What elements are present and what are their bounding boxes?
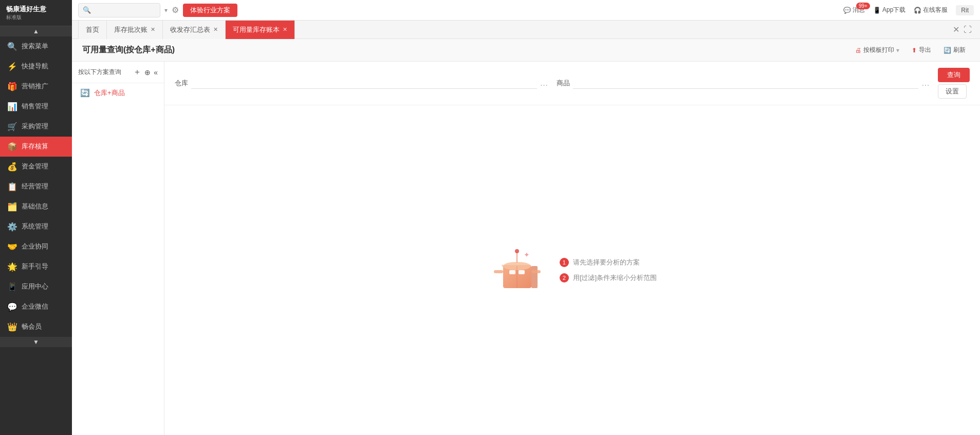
sidebar-item-sales[interactable]: 📊 销售管理: [0, 97, 72, 117]
print-btn[interactable]: 🖨 按模板打印 ▾: [851, 44, 903, 56]
goods-label: 商品: [557, 79, 570, 88]
svg-text:✦: ✦: [524, 251, 530, 259]
sidebar-item-marketing[interactable]: 🎁 营销推广: [0, 77, 72, 97]
sidebar-item-system[interactable]: ⚙️ 系统管理: [0, 217, 72, 237]
print-icon: 🖨: [855, 47, 861, 54]
page-title: 可用量查询(按仓库+商品): [82, 45, 175, 55]
tab-summary-label: 收发存汇总表: [170, 25, 210, 34]
sidebar-scroll-up[interactable]: ▲: [0, 26, 72, 36]
tab-available-close[interactable]: ✕: [283, 26, 287, 33]
export-btn[interactable]: ⬆ 导出: [908, 44, 935, 56]
sidebar-item-wechat[interactable]: 💬 企业微信: [0, 297, 72, 317]
goods-input[interactable]: [573, 78, 919, 89]
tab-summary[interactable]: 收发存汇总表 ✕: [163, 21, 226, 39]
sidebar-item-label: 畅会员: [22, 322, 42, 331]
sidebar-item-member[interactable]: 👑 畅会员: [0, 317, 72, 337]
export-label: 导出: [919, 46, 931, 54]
svg-rect-2: [531, 266, 538, 288]
sidebar-item-label: 新手引导: [22, 262, 48, 271]
sales-icon: 📊: [7, 102, 17, 111]
empty-tip-1: 1 请先选择要分析的方案: [560, 258, 657, 267]
filter-panel: 按以下方案查询 ＋ ⊕ « 🔄 仓库+商品: [72, 62, 164, 435]
goods-more-icon[interactable]: …: [921, 79, 930, 88]
topbar-right: 💬 消息 99+ 📱 App下载 🎧 在线客服 Rit: [843, 5, 974, 15]
warehouse-field: 仓库 …: [175, 78, 548, 89]
industry-btn[interactable]: 体验行业方案: [183, 4, 237, 17]
sidebar-item-apps[interactable]: 📱 应用中心: [0, 277, 72, 297]
sidebar-item-search[interactable]: 🔍 搜索菜单: [0, 36, 72, 56]
filter-header-actions: ＋ ⊕ «: [133, 67, 158, 78]
sidebar-item-newbie[interactable]: 🌟 新手引导: [0, 257, 72, 277]
filter-item-warehouse-goods[interactable]: 🔄 仓库+商品: [72, 83, 164, 103]
basic-icon: 🗂️: [7, 202, 17, 212]
sidebar-item-finance[interactable]: 💰 资金管理: [0, 157, 72, 177]
tab-home[interactable]: 首页: [78, 21, 107, 39]
tabbar: 首页 库存批次账 ✕ 收发存汇总表 ✕ 可用量库存账本 ✕ ✕ ⛶: [72, 21, 980, 39]
app-sub-label: 标准版: [6, 14, 66, 21]
warehouse-input[interactable]: [191, 78, 537, 89]
sidebar-item-inventory[interactable]: 📦 库存核算: [0, 137, 72, 157]
topbar-gear-icon[interactable]: ⚙: [172, 5, 179, 15]
topbar-search-box[interactable]: 🔍: [78, 3, 160, 17]
filter-gear-icon[interactable]: ⊕: [144, 68, 151, 77]
app-label: App下载: [882, 6, 905, 14]
maximize-window-icon[interactable]: ⛶: [964, 25, 972, 34]
topbar-app-download[interactable]: 📱 App下载: [873, 6, 905, 14]
query-btn[interactable]: 查询: [938, 68, 970, 82]
sidebar-item-basic[interactable]: 🗂️ 基础信息: [0, 197, 72, 217]
search-icon: 🔍: [7, 42, 17, 51]
sidebar-item-label: 经营管理: [22, 182, 48, 191]
tab-summary-close[interactable]: ✕: [213, 26, 218, 33]
refresh-btn[interactable]: 🔄 刷新: [939, 44, 970, 56]
sidebar-item-shortcut[interactable]: ⚡ 快捷导航: [0, 56, 72, 77]
filter-add-icon[interactable]: ＋: [133, 67, 141, 78]
settings-btn[interactable]: 设置: [938, 84, 967, 99]
tab-batch-label: 库存批次账: [114, 25, 147, 34]
sidebar-item-label: 企业微信: [22, 302, 48, 311]
shortcut-icon: ⚡: [7, 62, 17, 71]
sidebar-item-purchase[interactable]: 🛒 采购管理: [0, 117, 72, 137]
tab-batch-close[interactable]: ✕: [151, 26, 155, 33]
warehouse-more-icon[interactable]: …: [540, 79, 548, 88]
sidebar-item-enterprise[interactable]: 🤝 企业协同: [0, 237, 72, 257]
service-label: 在线客服: [923, 6, 948, 14]
empty-tip-2-text: 用[过滤]条件来缩小分析范围: [573, 273, 657, 282]
svg-text:✦: ✦: [501, 263, 505, 269]
wechat-icon: 💬: [7, 302, 17, 312]
enterprise-icon: 🤝: [7, 242, 17, 252]
system-icon: ⚙️: [7, 222, 17, 232]
empty-tip-2: 2 用[过滤]条件来缩小分析范围: [560, 273, 657, 282]
app-logo: 畅康通好生意 标准版: [0, 0, 72, 26]
filter-item-icon: 🔄: [80, 88, 90, 98]
close-window-icon[interactable]: ✕: [953, 25, 959, 34]
tab-batch[interactable]: 库存批次账 ✕: [107, 21, 163, 39]
page-header: 可用量查询(按仓库+商品) 🖨 按模板打印 ▾ ⬆ 导出 🔄 刷新: [72, 39, 980, 62]
page-actions: 🖨 按模板打印 ▾ ⬆ 导出 🔄 刷新: [851, 44, 970, 56]
sidebar-item-label: 营销推广: [22, 82, 48, 91]
sidebar-item-label: 库存核算: [22, 142, 48, 151]
finance-icon: 💰: [7, 162, 17, 172]
topbar-service[interactable]: 🎧 在线客服: [914, 6, 948, 14]
topbar-user[interactable]: Rit: [956, 5, 974, 15]
filter-header: 按以下方案查询 ＋ ⊕ «: [72, 62, 164, 83]
topbar-message[interactable]: 💬 消息 99+: [843, 6, 865, 14]
search-icon: 🔍: [83, 6, 91, 14]
print-chevron-icon[interactable]: ▾: [896, 47, 899, 54]
main-area: 🔍 ▾ ⚙ 体验行业方案 💬 消息 99+ 📱 App下载 🎧 在线客服 Rit: [72, 0, 980, 435]
app-name: 畅康通好生意: [6, 5, 66, 14]
topbar: 🔍 ▾ ⚙ 体验行业方案 💬 消息 99+ 📱 App下载 🎧 在线客服 Rit: [72, 0, 980, 21]
filter-collapse-icon[interactable]: «: [154, 68, 158, 77]
empty-tip-1-text: 请先选择要分析的方案: [573, 258, 640, 267]
print-label: 按模板打印: [863, 46, 894, 54]
sidebar-item-label: 系统管理: [22, 222, 48, 231]
search-input[interactable]: [93, 7, 150, 14]
query-actions: 查询 设置: [938, 68, 970, 99]
sidebar-item-label: 基础信息: [22, 202, 48, 211]
sidebar-item-operations[interactable]: 📋 经营管理: [0, 177, 72, 197]
tab-available[interactable]: 可用量库存账本 ✕: [226, 21, 295, 39]
sidebar-scroll-down[interactable]: ▼: [0, 337, 72, 347]
svg-point-9: [515, 249, 519, 253]
tab-available-label: 可用量库存账本: [233, 25, 280, 34]
inventory-icon: 📦: [7, 142, 17, 152]
topbar-chevron-icon[interactable]: ▾: [164, 7, 168, 14]
